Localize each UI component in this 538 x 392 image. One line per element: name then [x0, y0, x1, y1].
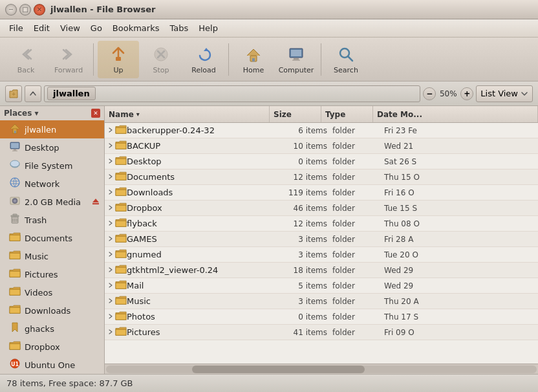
expand-arrow[interactable] [106, 313, 115, 321]
expand-arrow[interactable] [106, 189, 115, 197]
sidebar-item-trash[interactable]: Trash [0, 211, 104, 229]
sidebar-item-downloads[interactable]: Downloads [0, 301, 104, 320]
drive-icon [9, 158, 21, 173]
table-row[interactable]: Dropbox46 itemsfolderTue 15 S [105, 201, 538, 216]
table-row[interactable]: gtkhtml2_viewer-0.2418 itemsfolderWed 29 [105, 263, 538, 278]
zoom-out-button[interactable]: − [423, 87, 436, 100]
breadcrumb-bar: jlwallen [44, 85, 420, 102]
file-size: 3 items [281, 297, 332, 306]
col-header-type[interactable]: Type [321, 106, 373, 122]
file-type: folder [332, 188, 384, 197]
sidebar-item-media[interactable]: 2.0 GB Media [0, 193, 104, 211]
back-icon [16, 44, 36, 65]
forward-button[interactable]: Forward [48, 41, 89, 78]
menubar-item-help[interactable]: Help [193, 21, 223, 35]
table-row[interactable]: Documents12 itemsfolderThu 15 O [105, 169, 538, 185]
expand-arrow[interactable] [106, 298, 115, 305]
expand-arrow[interactable] [106, 251, 115, 259]
svg-rect-4 [252, 58, 255, 61]
table-row[interactable]: BACKUP10 itemsfolderWed 21 [105, 138, 538, 154]
menubar-item-view[interactable]: View [55, 21, 85, 35]
table-row[interactable]: GAMES3 itemsfolderFri 28 A [105, 232, 538, 247]
filelist-scroll[interactable]: backerupper-0.24-326 itemsfolderFri 23 F… [105, 123, 538, 364]
search-button[interactable]: Search [325, 41, 367, 78]
maximize-button[interactable]: □ [19, 4, 31, 16]
sidebar-item-filesystem[interactable]: File System [0, 157, 104, 175]
svg-text:+: + [12, 91, 16, 97]
navigate-up-button[interactable] [25, 85, 41, 102]
table-row[interactable]: Photos0 itemsfolderThu 17 S [105, 309, 538, 325]
view-select[interactable]: List View [476, 85, 533, 102]
sidebar-close-button[interactable]: ✕ [91, 109, 100, 118]
menubar-item-bookmarks[interactable]: Bookmarks [107, 21, 165, 35]
scrollbar-thumb[interactable] [192, 365, 364, 373]
back-button[interactable]: Back [5, 41, 47, 78]
minimize-button[interactable]: − [5, 4, 17, 16]
expand-arrow[interactable] [106, 267, 115, 274]
reload-button[interactable]: Reload [183, 41, 224, 78]
toolbar-sep-3 [321, 43, 321, 76]
close-button[interactable]: ✕ [34, 4, 45, 16]
menubar-item-go[interactable]: Go [85, 21, 107, 35]
file-date: Thu 08 O [384, 219, 538, 228]
expand-arrow[interactable] [106, 329, 115, 336]
sidebar-item-ghacks[interactable]: ghacks [0, 320, 104, 338]
table-row[interactable]: backerupper-0.24-326 itemsfolderFri 23 F… [105, 123, 538, 138]
table-row[interactable]: Mail5 itemsfolderWed 29 [105, 278, 538, 294]
home-button[interactable]: Home [233, 41, 274, 78]
expand-arrow[interactable] [106, 127, 115, 135]
file-date: Sat 26 S [384, 157, 538, 166]
expand-arrow[interactable] [106, 158, 115, 166]
zoom-controls: − 50% + [423, 87, 473, 100]
forward-label: Forward [54, 66, 83, 74]
eject-icon[interactable] [91, 197, 100, 208]
sidebar-item-ubuntuone[interactable]: U1 Ubuntu One [0, 356, 104, 374]
breadcrumb-jlwallen[interactable]: jlwallen [47, 87, 96, 100]
sidebar-item-network[interactable]: Network [0, 175, 104, 193]
folder-icon [115, 217, 127, 230]
expand-arrow[interactable] [106, 142, 115, 150]
expand-arrow[interactable] [106, 282, 115, 290]
menubar-item-tabs[interactable]: Tabs [164, 21, 193, 35]
col-header-date[interactable]: Date Mo... [373, 106, 538, 122]
sidebar-item-music[interactable]: Music [0, 247, 104, 265]
file-size: 119 items [281, 188, 332, 197]
file-type: folder [332, 297, 384, 306]
table-row[interactable]: Music3 itemsfolderThu 20 A [105, 294, 538, 309]
new-folder-button[interactable]: + [5, 85, 22, 102]
sidebar-item-label-desktop: Desktop [25, 143, 100, 153]
file-size: 3 items [281, 250, 332, 259]
expand-arrow[interactable] [106, 220, 115, 228]
back-label: Back [17, 66, 35, 74]
sidebar-item-videos[interactable]: Videos [0, 283, 104, 301]
sidebar-item-dropbox[interactable]: Dropbox [0, 338, 104, 356]
table-row[interactable]: flyback12 itemsfolderThu 08 O [105, 216, 538, 232]
sidebar-item-jlwallen[interactable]: jlwallen [0, 120, 104, 138]
table-row[interactable]: Downloads119 itemsfolderFri 16 O [105, 185, 538, 201]
folder-icon [115, 248, 127, 261]
up-button[interactable]: Up [98, 41, 139, 78]
status-text: 78 items, Free space: 87.7 GB [6, 378, 133, 388]
menubar-item-edit[interactable]: Edit [28, 21, 55, 35]
sidebar-item-documents[interactable]: Documents [0, 229, 104, 247]
stop-button[interactable]: Stop [140, 41, 182, 78]
horizontal-scrollbar[interactable] [105, 364, 538, 374]
expand-arrow[interactable] [106, 235, 115, 243]
zoom-in-button[interactable]: + [460, 87, 473, 100]
sidebar-item-pictures[interactable]: Pictures [0, 265, 104, 283]
expand-arrow[interactable] [106, 173, 115, 181]
folder-icon [115, 139, 127, 153]
col-header-name[interactable]: Name ▾ [105, 106, 270, 122]
sidebar-item-desktop[interactable]: Desktop [0, 138, 104, 157]
up-label: Up [113, 66, 123, 74]
expand-arrow[interactable] [106, 204, 115, 212]
computer-button[interactable]: Computer [275, 41, 317, 78]
table-row[interactable]: Pictures41 itemsfolderFri 09 O [105, 325, 538, 340]
menubar-item-file[interactable]: File [4, 21, 28, 35]
sidebar-section-header[interactable]: Places ▾ ✕ [0, 106, 104, 120]
col-header-size[interactable]: Size [270, 106, 321, 122]
table-row[interactable]: Desktop0 itemsfolderSat 26 S [105, 154, 538, 169]
svg-point-19 [10, 160, 19, 167]
table-row[interactable]: gnumed3 itemsfolderTue 20 O [105, 247, 538, 263]
file-size: 5 items [281, 281, 332, 290]
